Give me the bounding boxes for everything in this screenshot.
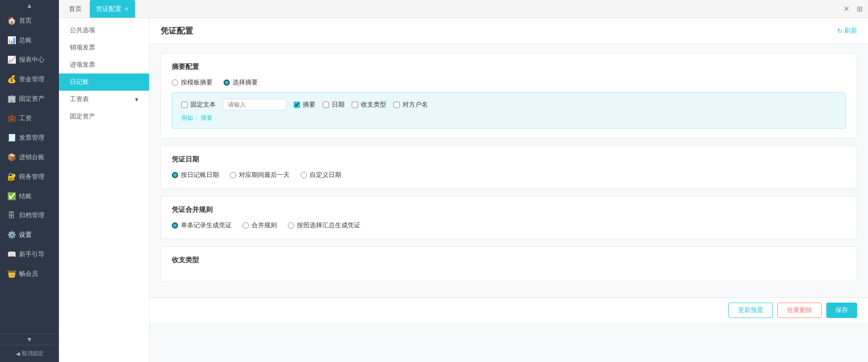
left-nav-payroll[interactable]: 工资表 ▾ (59, 91, 149, 108)
right-content: 凭证配置 ↻ 刷新 摘要配置 按模板摘要 (150, 18, 868, 362)
radio-choose-summary[interactable]: 选择摘要 (223, 78, 258, 87)
funds-icon: 💰 (7, 75, 15, 83)
radio-last-day-of-period-input[interactable] (230, 172, 236, 178)
radio-choose-summary-input[interactable] (223, 79, 230, 86)
radio-merge-rule[interactable]: 合并规则 (242, 221, 277, 230)
invoice-mgmt-icon: 🧾 (7, 133, 15, 142)
summary-section-title: 摘要配置 (172, 63, 846, 71)
sidebar-item-salary[interactable]: 💼 工资 (0, 108, 59, 128)
tab-close-icon[interactable]: ✕ (124, 6, 129, 12)
archive-icon: 🗄 (7, 211, 15, 220)
merge-section-title: 凭证合并规则 (172, 205, 846, 214)
closing-icon: ✅ (7, 192, 15, 201)
left-nav-sales-invoice[interactable]: 销项发票 (59, 39, 149, 56)
checkbox-fixed-text-input[interactable] (181, 102, 188, 108)
checkbox-summary[interactable]: 摘要 (294, 101, 315, 109)
date-radio-group: 按日记账日期 对应期间最后一天 自定义日期 (172, 171, 846, 179)
radio-single-record-input[interactable] (172, 222, 178, 229)
income-expense-title: 收支类型 (172, 256, 846, 264)
date-section-title: 凭证日期 (172, 155, 846, 164)
pin-icon: ◀ (16, 351, 20, 357)
sidebar-item-ledger[interactable]: 📊 总账 (0, 30, 59, 50)
left-nav-public-options[interactable]: 公共选项 (59, 22, 149, 39)
checkbox-income-expense[interactable]: 收支类型 (352, 101, 386, 109)
checkbox-counterpart-input[interactable] (393, 102, 400, 108)
refresh-button[interactable]: ↻ 刷新 (837, 27, 857, 35)
sidebar-item-tax[interactable]: 🔐 税务管理 (0, 167, 59, 186)
page-header: 凭证配置 ↻ 刷新 (150, 18, 868, 44)
radio-custom-date[interactable]: 自定义日期 (301, 171, 341, 179)
sidebar-item-vip[interactable]: 👑 畅会员 (0, 264, 59, 284)
radio-template-summary[interactable]: 按模板摘要 (172, 78, 213, 87)
home-icon: 🏠 (7, 16, 15, 25)
sidebar-scroll-up[interactable]: ▲ (0, 0, 59, 11)
merge-radio-group: 单条记录生成凭证 合并规则 按照选择汇总生成凭证 (172, 221, 846, 230)
left-nav-journal[interactable]: 日记账 (59, 73, 149, 91)
window-maximize-button[interactable]: ⊞ (855, 3, 864, 15)
guide-icon: 📖 (7, 250, 15, 259)
checkbox-summary-input[interactable] (294, 102, 300, 108)
fixed-assets-icon: 🏢 (7, 94, 15, 103)
sidebar-item-archive[interactable]: 🗄 归档管理 (0, 206, 59, 225)
checkbox-counterpart[interactable]: 对方户名 (393, 101, 428, 109)
income-expense-section: 收支类型 (160, 246, 857, 281)
content-wrapper: 公共选项 销项发票 进项发票 日记账 工资表 ▾ 固定资产 凭证配置 (59, 18, 868, 362)
sidebar-item-home[interactable]: 🏠 首页 (0, 11, 59, 30)
tab-bar-actions: ✕ ⊞ (842, 3, 864, 15)
page-title: 凭证配置 (160, 25, 193, 36)
radio-merge-rule-input[interactable] (242, 222, 249, 229)
sidebar-item-fixed-assets[interactable]: 🏢 固定资产 (0, 89, 59, 108)
vip-icon: 👑 (7, 269, 15, 278)
ledger-icon: 📊 (7, 36, 15, 44)
purchase-sales-icon: 📦 (7, 153, 15, 161)
radio-by-selection[interactable]: 按照选择汇总生成凭证 (288, 221, 360, 230)
date-section: 凭证日期 按日记账日期 对应期间最后一天 自定义日期 (160, 146, 857, 189)
radio-last-day-of-period[interactable]: 对应期间最后一天 (230, 171, 290, 179)
tab-voucher-config[interactable]: 凭证配置 ✕ (90, 0, 135, 18)
sidebar-item-guide[interactable]: 📖 新手引导 (0, 245, 59, 264)
merge-section: 凭证合并规则 单条记录生成凭证 合并规则 按照选择汇总生成凭证 (160, 196, 857, 239)
update-preview-button[interactable]: 更新预置 (728, 303, 773, 318)
sidebar: ▲ 🏠 首页 📊 总账 📈 报表中心 💰 资金管理 🏢 固定资产 💼 工资 🧾 … (0, 0, 59, 362)
checkbox-date-input[interactable] (323, 102, 329, 108)
sidebar-item-closing[interactable]: ✅ 结账 (0, 186, 59, 206)
salary-icon: 💼 (7, 114, 15, 122)
content-body: 摘要配置 按模板摘要 选择摘要 (150, 44, 868, 298)
bottom-bar: 更新预置 批量删除 保存 (150, 298, 868, 323)
summary-section: 摘要配置 按模板摘要 选择摘要 (160, 53, 857, 138)
sidebar-item-reports[interactable]: 📈 报表中心 (0, 50, 59, 69)
left-nav-fixed-assets[interactable]: 固定资产 (59, 108, 149, 125)
sidebar-item-funds[interactable]: 💰 资金管理 (0, 69, 59, 89)
left-nav-purchase-invoice[interactable]: 进项发票 (59, 56, 149, 73)
sidebar-scroll-down[interactable]: ▼ (0, 334, 59, 345)
sidebar-item-purchase-sales[interactable]: 📦 进销台账 (0, 147, 59, 167)
summary-radio-group: 按模板摘要 选择摘要 (172, 78, 846, 87)
fixed-text-input[interactable] (223, 99, 286, 110)
tab-home[interactable]: 首页 (63, 0, 88, 18)
sidebar-item-settings[interactable]: ⚙️ 设置 (0, 225, 59, 245)
tab-bar: 首页 凭证配置 ✕ ✕ ⊞ (59, 0, 868, 18)
left-nav: 公共选项 销项发票 进项发票 日记账 工资表 ▾ 固定资产 (59, 18, 150, 362)
radio-by-selection-input[interactable] (288, 222, 294, 229)
radio-by-journal-date-input[interactable] (172, 172, 178, 178)
radio-custom-date-input[interactable] (301, 172, 307, 178)
save-button[interactable]: 保存 (826, 303, 857, 318)
radio-by-journal-date[interactable]: 按日记账日期 (172, 171, 219, 179)
summary-checkbox-row: 固定文本 摘要 日期 (181, 99, 836, 110)
reports-icon: 📈 (7, 55, 15, 64)
radio-single-record[interactable]: 单条记录生成凭证 (172, 221, 232, 230)
window-close-button[interactable]: ✕ (842, 3, 851, 15)
expand-icon: ▾ (135, 96, 138, 103)
summary-example: 例如： 摘要 (181, 114, 836, 122)
settings-icon: ⚙️ (7, 230, 15, 239)
checkbox-fixed-text[interactable]: 固定文本 (181, 101, 216, 109)
sidebar-item-invoice-mgmt[interactable]: 🧾 发票管理 (0, 128, 59, 147)
summary-checkbox-area: 固定文本 摘要 日期 (172, 92, 846, 129)
checkbox-date[interactable]: 日期 (323, 101, 344, 109)
batch-delete-button[interactable]: 批量删除 (777, 303, 822, 318)
cancel-fixed-button[interactable]: ◀ 取消固定 (0, 345, 59, 362)
checkbox-income-expense-input[interactable] (352, 102, 358, 108)
main-area: 首页 凭证配置 ✕ ✕ ⊞ 公共选项 销项发票 进项发票 日记账 (59, 0, 868, 362)
radio-template-summary-input[interactable] (172, 79, 178, 86)
tax-icon: 🔐 (7, 172, 15, 181)
